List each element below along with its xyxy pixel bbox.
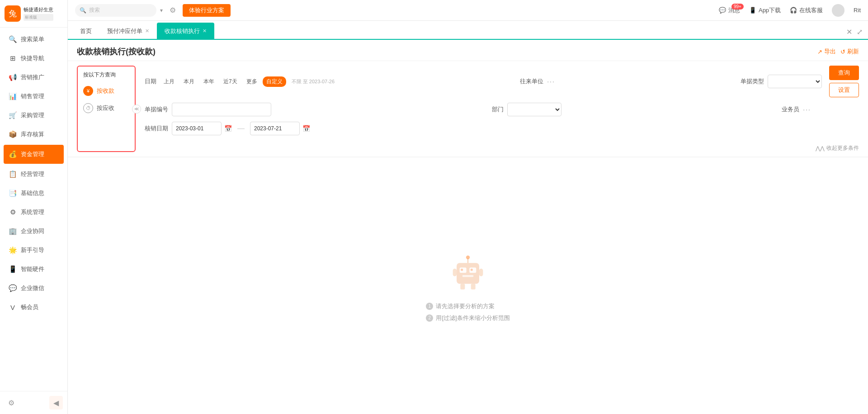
inventory-label: 库存核算	[21, 130, 44, 138]
close-tab-icon[interactable]: ✕	[846, 28, 852, 36]
sidebar-item-quick-nav[interactable]: ⊞ 快捷导航	[0, 49, 67, 68]
department-group: 部门	[492, 103, 561, 116]
customer-service-label: 在线客服	[799, 6, 823, 14]
sidebar: 兔 畅捷通好生意 标准版 🔍 搜索菜单 ⊞ 快捷导航 📢 营销推广 📊 销售管理…	[0, 0, 68, 414]
refresh-icon: ↺	[840, 48, 845, 55]
tab-close-collection[interactable]: ✕	[203, 28, 207, 34]
svg-rect-4	[453, 268, 457, 276]
date-tab-more[interactable]: 更多	[243, 76, 261, 87]
header-search-box[interactable]: 🔍 搜索	[75, 4, 156, 17]
date-tab-cur-month[interactable]: 本月	[180, 76, 198, 87]
verify-date-start-input[interactable]	[172, 122, 222, 135]
sidebar-item-finance[interactable]: 💰 资金管理	[4, 145, 64, 164]
sidebar-item-basic-info[interactable]: 📑 基础信息	[0, 184, 67, 203]
system-icon: ⚙	[8, 208, 17, 217]
tab-home[interactable]: 首页	[72, 23, 99, 39]
tab-label-collection: 收款核销执行	[165, 27, 200, 35]
header-gear-button[interactable]: ⚙	[166, 4, 179, 17]
app-edition: 标准版	[24, 14, 53, 21]
filter-sidebar-collapse[interactable]: ≪	[132, 105, 141, 114]
more-conditions-row: ⋀⋀ 收起更多条件	[145, 141, 859, 152]
department-select[interactable]	[507, 103, 561, 116]
hardware-label: 智能硬件	[21, 265, 44, 273]
date-group: 日期 上月 本月 本年 近7天 更多 自定义 不限 至 2023-07-26	[145, 76, 335, 87]
svg-rect-6	[460, 284, 465, 290]
sidebar-item-wechat[interactable]: 💬 企业微信	[0, 279, 67, 298]
date-tab-custom[interactable]: 自定义	[263, 76, 286, 87]
sidebar-collapse-button[interactable]: ◀	[49, 396, 63, 409]
tab-close-prepay[interactable]: ✕	[145, 28, 149, 34]
expand-icon[interactable]: ⤢	[857, 28, 863, 36]
app-download-button[interactable]: 📱 App下载	[749, 6, 781, 14]
sidebar-item-sales[interactable]: 📊 销售管理	[0, 87, 67, 106]
filter-area: 按以下方查询 ¥ 按收款 ⏱ 按应收 ≪ 日期 上月	[68, 61, 868, 157]
system-label: 系统管理	[21, 208, 44, 216]
svg-rect-5	[479, 268, 483, 276]
by-receipt-label: 按收款	[97, 87, 114, 95]
marketing-label: 营销推广	[21, 73, 44, 81]
quick-nav-icon: ⊞	[8, 54, 17, 63]
refresh-label: 刷新	[847, 48, 859, 56]
logo-area: 兔 畅捷通好生意 标准版	[0, 0, 67, 28]
svg-rect-0	[457, 263, 479, 284]
by-receivable-label: 按应收	[97, 104, 114, 112]
sales-label: 销售管理	[21, 92, 44, 100]
verify-date-end-input[interactable]	[250, 122, 300, 135]
collapse-conditions-button[interactable]: ⋀⋀ 收起更多条件	[816, 144, 859, 152]
app-download-icon: 📱	[749, 7, 756, 14]
sidebar-settings-button[interactable]: ⚙	[5, 396, 18, 409]
document-number-input[interactable]	[172, 103, 271, 116]
svg-rect-3	[462, 275, 474, 277]
logo-text-area: 畅捷通好生意 标准版	[24, 6, 53, 20]
customer-service-button[interactable]: 🎧 在线客服	[790, 6, 823, 14]
date-tab-last7[interactable]: 近7天	[220, 76, 241, 87]
export-button[interactable]: ↗ 导出	[817, 48, 836, 56]
tip-num-2: 2	[426, 314, 433, 322]
settings-button[interactable]: 设置	[829, 83, 859, 97]
sidebar-item-member[interactable]: V 畅会员	[0, 298, 67, 317]
marketing-icon: 📢	[8, 73, 17, 82]
basic-info-icon: 📑	[8, 189, 17, 198]
header-dropdown-button[interactable]: ▾	[160, 7, 163, 14]
message-button[interactable]: 💬 消息 99+	[719, 6, 740, 14]
sidebar-item-system[interactable]: ⚙ 系统管理	[0, 203, 67, 222]
content-actions: ↗ 导出 ↺ 刷新	[817, 48, 859, 56]
svg-point-11	[471, 268, 473, 271]
tab-prepay[interactable]: 预付冲应付单✕	[99, 23, 157, 39]
calendar-start-icon[interactable]: 📅	[224, 125, 232, 132]
counterpart-select-button[interactable]: ···	[547, 78, 555, 85]
industry-solution-button[interactable]: 体验行业方案	[183, 4, 231, 17]
filter-sidebar: 按以下方查询 ¥ 按收款 ⏱ 按应收 ≪	[77, 66, 136, 152]
date-no-limit: 不限 至 2023-07-26	[292, 78, 335, 85]
document-type-select[interactable]	[768, 75, 822, 88]
counterpart-group: 往来单位 ···	[520, 77, 555, 86]
sidebar-item-enterprise[interactable]: 🏢 企业协同	[0, 222, 67, 241]
sidebar-item-purchase[interactable]: 🛒 采购管理	[0, 106, 67, 125]
main-area: 🔍 搜索 ▾ ⚙ 体验行业方案 💬 消息 99+ 📱 App下载 🎧 在线客服 …	[68, 0, 868, 414]
filter-form: 日期 上月 本月 本年 近7天 更多 自定义 不限 至 2023-07-26	[145, 66, 859, 152]
tab-collection[interactable]: 收款核销执行✕	[157, 23, 214, 39]
date-tab-cur-year[interactable]: 本年	[200, 76, 218, 87]
search-placeholder: 搜索	[89, 6, 100, 14]
by-receipt-icon: ¥	[83, 86, 93, 96]
by-receivable-icon: ⏱	[83, 103, 93, 113]
sidebar-item-hardware[interactable]: 📱 智能硬件	[0, 260, 67, 279]
sidebar-item-operation[interactable]: 📋 经营管理	[0, 165, 67, 184]
calendar-end-icon[interactable]: 📅	[302, 125, 310, 132]
filter-option-by-receipt[interactable]: ¥ 按收款	[78, 82, 135, 100]
date-tab-prev-month[interactable]: 上月	[160, 76, 178, 87]
business-staff-select-button[interactable]: ···	[803, 106, 811, 113]
filter-sidebar-title: 按以下方查询	[78, 71, 135, 82]
sidebar-item-inventory[interactable]: 📦 库存核算	[0, 125, 67, 144]
user-name[interactable]: Rit	[854, 7, 861, 14]
user-avatar[interactable]	[832, 4, 844, 17]
sidebar-item-marketing[interactable]: 📢 营销推广	[0, 68, 67, 87]
query-button[interactable]: 查询	[829, 66, 859, 80]
filter-option-by-receivable[interactable]: ⏱ 按应收	[78, 100, 135, 117]
tip-text-1: 请先选择要分析的方案	[436, 300, 495, 312]
sidebar-item-search[interactable]: 🔍 搜索菜单	[0, 30, 67, 49]
app-logo-icon: 兔	[5, 5, 21, 22]
tip-step-2: 2 用[过滤]条件来缩小分析范围	[426, 312, 509, 324]
sidebar-item-guide[interactable]: 🌟 新手引导	[0, 241, 67, 260]
refresh-button[interactable]: ↺ 刷新	[840, 48, 859, 56]
